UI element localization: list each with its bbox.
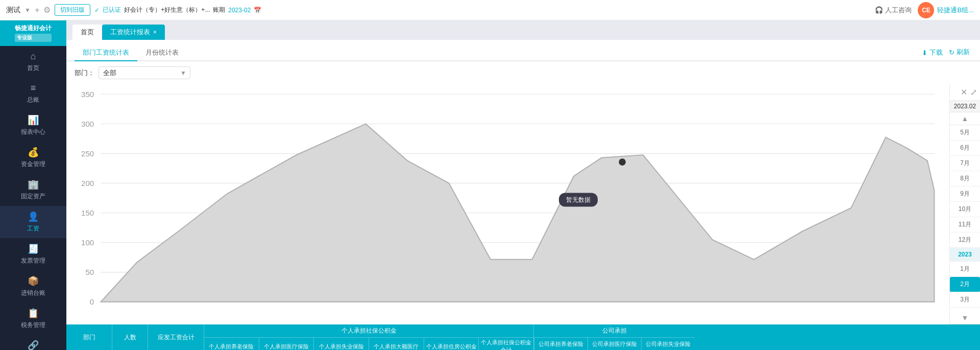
col-social-medical: 个人承担医疗保险 xyxy=(259,338,314,350)
close-accounts-icon: 🔗 xyxy=(28,340,39,350)
top-bar-icons: + ⚙ xyxy=(35,5,51,15)
sidebar-item-tax[interactable]: 📋 税务管理 xyxy=(0,302,66,335)
switch-old-version-button[interactable]: 切到旧版 xyxy=(55,4,90,16)
sidebar-label-assets: 固定资产 xyxy=(21,192,45,201)
tab-salary-report[interactable]: 工资统计报表 × xyxy=(102,25,165,40)
month-item-1[interactable]: 1月 xyxy=(950,262,980,277)
month-item-6[interactable]: 6月 xyxy=(950,141,980,156)
col-social-major-medical: 个人承担大额医疗 xyxy=(369,338,424,350)
month-list: 5月 6月 7月 8月 9月 10月 11月 12月 2023 1月 2月 3月… xyxy=(950,125,980,312)
sidebar-label-invoice: 发票管理 xyxy=(21,256,45,265)
minimize-icon[interactable]: ✕ xyxy=(961,87,967,97)
scroll-down-button[interactable]: ▼ xyxy=(950,312,980,324)
period-value: 2023-02 xyxy=(228,7,251,14)
chart-panel-row: 350 300 250 200 150 100 50 0 xyxy=(66,84,980,324)
month-item-9[interactable]: 9月 xyxy=(950,186,980,202)
funds-icon: 💰 xyxy=(28,147,39,158)
top-bar-right: 🎧 人工咨询 CE 轻捷通B组... xyxy=(875,2,974,18)
avatar: CE xyxy=(918,2,934,18)
svg-text:0: 0 xyxy=(90,297,94,306)
sidebar-label-reports: 报表中心 xyxy=(21,128,45,136)
close-tab-icon[interactable]: × xyxy=(153,29,157,36)
month-item-year-2023[interactable]: 2023 xyxy=(950,248,980,262)
sidebar-item-close[interactable]: 🔗 结账 xyxy=(0,335,66,350)
chart-svg: 350 300 250 200 150 100 50 0 xyxy=(75,84,941,324)
sidebar-item-reports[interactable]: 📊 报表中心 xyxy=(0,109,66,142)
tab-home-label: 首页 xyxy=(81,28,94,37)
chart-area: 350 300 250 200 150 100 50 0 xyxy=(66,84,949,324)
col-social-pension: 个人承担养老保险 xyxy=(204,338,259,350)
table-footer: 部门 人数 应发工资合计 个人承担社保公积金 个人承担养老保险 个人承担医疗保险 xyxy=(66,324,980,350)
top-bar-left: 测试 ▼ + ⚙ 切到旧版 ✓ 已认证 好会计（专）+好生意（标）+... 账期… xyxy=(6,4,875,16)
top-bar: 测试 ▼ + ⚙ 切到旧版 ✓ 已认证 好会计（专）+好生意（标）+... 账期… xyxy=(0,0,980,20)
calendar-icon[interactable]: 📅 xyxy=(254,7,261,14)
settings-icon[interactable]: ⚙ xyxy=(43,5,51,15)
sub-tab-dept-label: 部门工资统计表 xyxy=(83,49,129,56)
page-content: 部门工资统计表 月份统计表 ⬇ 下载 ↻ 刷新 部门： xyxy=(66,40,980,350)
col-group-company-title: 公司承担 xyxy=(534,324,695,338)
service-button[interactable]: 🎧 人工咨询 xyxy=(875,6,912,15)
chart-tooltip-dot xyxy=(619,158,626,166)
page-title: 测试 xyxy=(6,6,20,15)
month-item-11[interactable]: 11月 xyxy=(950,217,980,232)
plus-icon[interactable]: + xyxy=(35,6,39,15)
dropdown-arrow-icon[interactable]: ▼ xyxy=(24,7,31,14)
col-social-unemployment: 个人承担失业保险 xyxy=(314,338,369,350)
refresh-button[interactable]: ↻ 刷新 xyxy=(949,48,970,57)
sidebar-item-ledger[interactable]: ≡ 总账 xyxy=(0,78,66,109)
month-item-5[interactable]: 5月 xyxy=(950,125,980,141)
month-item-8[interactable]: 8月 xyxy=(950,171,980,186)
sidebar-label-inventory: 进销台账 xyxy=(21,289,45,297)
sub-tab-month[interactable]: 月份统计表 xyxy=(137,45,187,61)
sidebar-item-assets[interactable]: 🏢 固定资产 xyxy=(0,174,66,206)
certified-tag: 已认证 xyxy=(103,6,121,14)
month-item-7[interactable]: 7月 xyxy=(950,156,980,171)
main-layout: 畅捷通好会计 专业版 ⌂ 首页 ≡ 总账 📊 报表中心 💰 资金管理 🏢 固定资… xyxy=(0,20,980,350)
sidebar-label-ledger: 总账 xyxy=(27,96,39,104)
salary-icon: 👤 xyxy=(28,211,39,222)
sidebar-label-salary: 工资 xyxy=(27,224,39,233)
dept-select-wrapper[interactable]: 全部 ▼ xyxy=(99,66,190,79)
svg-text:150: 150 xyxy=(81,208,94,217)
col-count: 人数 xyxy=(112,324,148,350)
maximize-icon[interactable]: ⤢ xyxy=(970,87,977,97)
col-dept: 部门 xyxy=(66,324,112,350)
month-item-3[interactable]: 3月 xyxy=(950,292,980,308)
right-panel-controls: ✕ ⤢ xyxy=(950,84,980,101)
col-group-company-subs: 公司承担养老保险 公司承担医疗保险 公司承担失业保险 xyxy=(534,338,695,350)
dept-select[interactable]: 全部 xyxy=(99,66,190,79)
brand-name: 畅捷通好会计 xyxy=(15,25,52,33)
features-tag: 好会计（专）+好生意（标）+... xyxy=(124,6,210,14)
user-info[interactable]: CE 轻捷通B组... xyxy=(918,2,974,18)
tab-home[interactable]: 首页 xyxy=(72,25,102,40)
download-label: 下载 xyxy=(929,48,943,57)
tab-salary-label: 工资统计报表 xyxy=(110,28,150,37)
sidebar-item-salary[interactable]: 👤 工资 xyxy=(0,206,66,238)
month-item-2[interactable]: 2月 xyxy=(950,277,980,292)
assets-icon: 🏢 xyxy=(28,179,39,190)
inventory-icon: 📦 xyxy=(28,275,39,287)
tax-icon: 📋 xyxy=(28,308,39,319)
svg-text:250: 250 xyxy=(81,149,94,158)
sub-tab-dept[interactable]: 部门工资统计表 xyxy=(75,45,137,61)
invoice-icon: 🧾 xyxy=(28,243,39,254)
download-button[interactable]: ⬇ 下载 xyxy=(922,48,943,57)
sidebar-item-funds[interactable]: 💰 资金管理 xyxy=(0,142,66,174)
download-icon: ⬇ xyxy=(922,49,927,57)
sub-tabs: 部门工资统计表 月份统计表 ⬇ 下载 ↻ 刷新 xyxy=(66,40,980,61)
reports-icon: 📊 xyxy=(28,114,39,126)
sub-tab-month-label: 月份统计表 xyxy=(145,49,179,56)
month-item-12[interactable]: 12月 xyxy=(950,232,980,248)
sidebar-item-inventory[interactable]: 📦 进销台账 xyxy=(0,270,66,302)
service-label: 人工咨询 xyxy=(885,6,912,15)
col-group-social-title: 个人承担社保公积金 xyxy=(204,324,533,338)
sidebar-label-tax: 税务管理 xyxy=(21,321,45,330)
sidebar-item-invoice[interactable]: 🧾 发票管理 xyxy=(0,238,66,270)
top-bar-tags: ✓ 已认证 好会计（专）+好生意（标）+... 账期 2023-02 📅 xyxy=(94,6,261,14)
month-item-10[interactable]: 10月 xyxy=(950,202,980,217)
sidebar-label-home: 首页 xyxy=(27,64,39,73)
sidebar-item-home[interactable]: ⌂ 首页 xyxy=(0,46,66,78)
month-item-4[interactable]: 4月 xyxy=(950,308,980,312)
no-data-badge: 暂无数据 xyxy=(559,193,598,206)
scroll-up-button[interactable]: ▲ xyxy=(950,112,980,125)
